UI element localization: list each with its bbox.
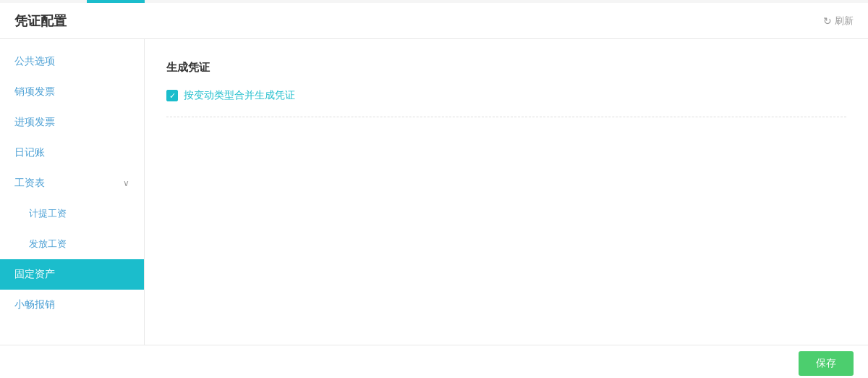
sidebar-label-public: 公共选项	[14, 55, 55, 68]
merge-voucher-checkbox[interactable]: ✓	[166, 90, 178, 101]
sidebar-label-expense: 小畅报销	[14, 298, 55, 311]
save-button[interactable]: 保存	[799, 351, 854, 376]
sidebar-item-payroll[interactable]: 工资表∨	[0, 168, 144, 198]
sidebar-label-fixed-assets: 固定资产	[14, 268, 55, 281]
sidebar-label-payroll-distribute: 发放工资	[29, 238, 67, 251]
sidebar: 公共选项销项发票进项发票日记账工资表∨计提工资发放工资固定资产小畅报销	[0, 39, 145, 345]
refresh-icon: ↻	[823, 15, 832, 27]
sidebar-label-journal: 日记账	[14, 146, 45, 159]
sidebar-item-journal[interactable]: 日记账	[0, 138, 144, 168]
sidebar-item-payroll-distribute[interactable]: 发放工资	[0, 229, 144, 259]
refresh-button[interactable]: ↻ 刷新	[823, 14, 854, 28]
page-header: 凭证配置 ↻ 刷新	[0, 3, 868, 39]
refresh-label: 刷新	[835, 14, 854, 28]
chevron-down-icon: ∨	[123, 178, 129, 188]
sidebar-label-payroll: 工资表	[14, 177, 45, 190]
main-layout: 公共选项销项发票进项发票日记账工资表∨计提工资发放工资固定资产小畅报销 生成凭证…	[0, 39, 868, 345]
sidebar-label-purchase-invoice: 进项发票	[14, 116, 55, 129]
sidebar-item-purchase-invoice[interactable]: 进项发票	[0, 107, 144, 138]
merge-voucher-label: 按变动类型合并生成凭证	[184, 89, 295, 102]
sidebar-item-payroll-advance[interactable]: 计提工资	[0, 198, 144, 229]
footer: 保存	[0, 345, 868, 378]
page-title: 凭证配置	[14, 12, 67, 30]
divider	[166, 117, 846, 117]
section-title: 生成凭证	[166, 61, 846, 75]
sidebar-item-fixed-assets[interactable]: 固定资产	[0, 259, 144, 290]
sidebar-label-sales-invoice: 销项发票	[14, 85, 55, 98]
sidebar-label-payroll-advance: 计提工资	[29, 207, 67, 220]
merge-voucher-row[interactable]: ✓ 按变动类型合并生成凭证	[166, 89, 846, 102]
sidebar-item-expense[interactable]: 小畅报销	[0, 290, 144, 320]
checkmark-icon: ✓	[169, 92, 176, 100]
main-content: 生成凭证 ✓ 按变动类型合并生成凭证	[145, 39, 868, 345]
sidebar-item-public[interactable]: 公共选项	[0, 46, 144, 77]
sidebar-item-sales-invoice[interactable]: 销项发票	[0, 77, 144, 107]
